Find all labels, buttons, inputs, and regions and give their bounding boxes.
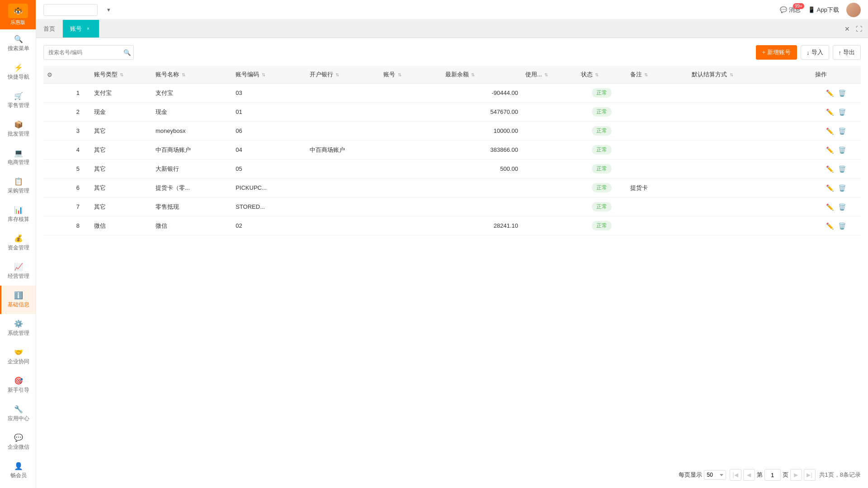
row-code: 06 xyxy=(232,122,306,141)
app-download-icon: 📱 xyxy=(808,6,815,13)
col-name-label: 账号名称 xyxy=(156,71,179,78)
row-checkbox[interactable] xyxy=(43,103,66,122)
edit-icon[interactable]: ✏️ xyxy=(826,184,834,192)
row-index: 3 xyxy=(66,122,90,141)
col-code-header[interactable]: 账号编码 ⇅ xyxy=(232,66,306,84)
sort-icon: ⇅ xyxy=(544,72,548,77)
action-icons: ✏️ 🗑️ xyxy=(815,89,857,97)
sidebar-item-appstore[interactable]: 🔧 应用中心 xyxy=(0,399,36,428)
page-first-btn[interactable]: |◀ xyxy=(730,469,741,481)
page-last-btn[interactable]: ▶| xyxy=(804,469,816,481)
page-next-btn[interactable]: ▶ xyxy=(790,469,802,481)
search-menu-icon: 🔍 xyxy=(14,35,23,43)
tab-close-icon[interactable]: × xyxy=(85,25,92,33)
sidebar-item-ecommerce[interactable]: 💻 电商管理 xyxy=(0,143,36,172)
col-status-label: 状态 xyxy=(581,71,593,78)
delete-icon[interactable]: 🗑️ xyxy=(838,222,846,230)
sidebar-item-label: 快捷导航 xyxy=(8,73,29,81)
delete-icon[interactable]: 🗑️ xyxy=(838,89,846,97)
action-icons: ✏️ 🗑️ xyxy=(815,127,857,135)
sidebar-item-wholesale[interactable]: 📦 批发管理 xyxy=(0,115,36,143)
row-checkbox[interactable] xyxy=(43,197,66,216)
edit-icon[interactable]: ✏️ xyxy=(826,146,834,154)
message-badge: 99+ xyxy=(793,3,804,9)
sidebar-item-nav[interactable]: ⚡ 快捷导航 xyxy=(0,58,36,86)
export-button[interactable]: ↑ 导出 xyxy=(833,45,861,60)
page-suffix: 页 xyxy=(783,471,788,479)
sidebar-item-basic[interactable]: ℹ️ 基础信息 xyxy=(0,286,36,314)
add-account-button[interactable]: + 新增账号 xyxy=(756,45,797,60)
delete-icon[interactable]: 🗑️ xyxy=(838,184,846,192)
delete-icon[interactable]: 🗑️ xyxy=(838,146,846,154)
edit-icon[interactable]: ✏️ xyxy=(826,222,834,230)
topbar-search-input[interactable] xyxy=(43,4,98,16)
delete-icon[interactable]: 🗑️ xyxy=(838,203,846,211)
row-usage xyxy=(522,122,577,141)
tab-home[interactable]: 首页 xyxy=(36,20,63,38)
edit-icon[interactable]: ✏️ xyxy=(826,127,834,135)
tab-close-btn[interactable]: ✕ xyxy=(842,23,853,34)
tab-maximize-btn[interactable]: ⛶ xyxy=(854,23,864,34)
app-download-button[interactable]: 📱 App下载 xyxy=(808,6,839,14)
row-checkbox[interactable] xyxy=(43,160,66,178)
import-button[interactable]: ↓ 导入 xyxy=(801,45,829,60)
edit-icon[interactable]: ✏️ xyxy=(826,165,834,173)
row-checkbox[interactable] xyxy=(43,122,66,141)
row-bank xyxy=(306,122,380,141)
sidebar-item-label: 零售管理 xyxy=(8,102,29,109)
search-button[interactable]: 🔍 xyxy=(121,46,133,59)
sidebar-item-operation[interactable]: 📈 经营管理 xyxy=(0,257,36,286)
sort-icon: ⇅ xyxy=(262,72,265,77)
accounts-table: ⚙ 账号类型 ⇅ 账号名称 ⇅ 账号编码 ⇅ xyxy=(43,66,861,235)
delete-icon[interactable]: 🗑️ xyxy=(838,108,846,116)
sidebar-item-search[interactable]: 🔍 搜索菜单 xyxy=(0,29,36,58)
row-bank xyxy=(306,216,380,235)
page-input[interactable] xyxy=(764,469,781,481)
per-page-label: 每页显示 xyxy=(679,471,702,479)
col-balance-header[interactable]: 最新余额 ⇅ xyxy=(442,66,522,84)
col-account-header[interactable]: 账号 ⇅ xyxy=(380,66,441,84)
col-config[interactable]: ⚙ xyxy=(43,66,66,84)
sidebar-item-collab[interactable]: 🤝 企业协同 xyxy=(0,343,36,371)
col-usage-header[interactable]: 使用... ⇅ xyxy=(522,66,577,84)
search-input[interactable] xyxy=(44,47,121,58)
tab-account[interactable]: 账号 × xyxy=(63,20,99,38)
delete-icon[interactable]: 🗑️ xyxy=(838,127,846,135)
sidebar-item-guide[interactable]: 🎯 新手引导 xyxy=(0,371,36,399)
row-checkbox[interactable] xyxy=(43,84,66,103)
sidebar-item-member[interactable]: 👤 畅会员 xyxy=(0,456,36,485)
avatar[interactable] xyxy=(846,3,861,17)
col-name-header[interactable]: 账号名称 ⇅ xyxy=(152,66,232,84)
page-prev-btn[interactable]: ◀ xyxy=(743,469,755,481)
sidebar-item-system[interactable]: ⚙️ 系统管理 xyxy=(0,314,36,343)
edit-icon[interactable]: ✏️ xyxy=(826,203,834,211)
col-status-header[interactable]: 状态 ⇅ xyxy=(577,66,627,84)
sidebar-item-retail[interactable]: 🛒 零售管理 xyxy=(0,86,36,115)
topbar-dropdown[interactable]: ▾ xyxy=(103,5,114,15)
row-checkbox[interactable] xyxy=(43,178,66,197)
row-checkbox[interactable] xyxy=(43,216,66,235)
col-bank-header[interactable]: 开户银行 ⇅ xyxy=(306,66,380,84)
sidebar-item-purchase[interactable]: 📋 采购管理 xyxy=(0,172,36,200)
col-type-header[interactable]: 账号类型 ⇅ xyxy=(90,66,152,84)
row-index: 7 xyxy=(66,197,90,216)
row-checkbox[interactable] xyxy=(43,141,66,160)
sort-icon: ⇅ xyxy=(120,72,123,77)
col-remark-header[interactable]: 备注 ⇅ xyxy=(627,66,688,84)
delete-icon[interactable]: 🗑️ xyxy=(838,165,846,173)
export-icon: ↑ xyxy=(839,49,842,56)
row-index: 5 xyxy=(66,160,90,178)
message-button[interactable]: 💬 消息 99+ xyxy=(780,6,801,14)
col-default-header[interactable]: 默认结算方式 ⇅ xyxy=(688,66,811,84)
edit-icon[interactable]: ✏️ xyxy=(826,89,834,97)
edit-icon[interactable]: ✏️ xyxy=(826,108,834,116)
sidebar-item-label: 畅会员 xyxy=(10,472,27,479)
per-page-select[interactable]: 50 20 100 xyxy=(704,470,726,480)
sidebar-item-finance[interactable]: 💰 资金管理 xyxy=(0,229,36,257)
gear-icon[interactable]: ⚙ xyxy=(47,71,52,78)
sidebar-item-inventory[interactable]: 📊 库存核算 xyxy=(0,200,36,229)
table-row: 1 支付宝 支付宝 03 -90444.00 正常 ✏️ 🗑️ xyxy=(43,84,861,103)
row-usage xyxy=(522,160,577,178)
sidebar-item-wechat[interactable]: 💬 企业微信 xyxy=(0,428,36,456)
basic-icon: ℹ️ xyxy=(14,291,23,300)
